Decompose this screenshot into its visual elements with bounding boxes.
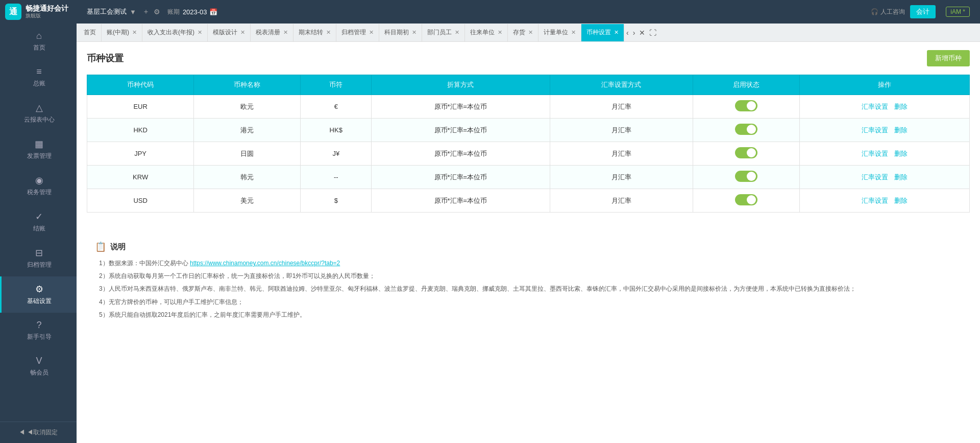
tab-currency[interactable]: 币种设置 ✕ <box>581 24 624 41</box>
workspace-name[interactable]: 基层工会测试 <box>87 7 127 16</box>
tab-accounting[interactable]: 账(中期) ✕ <box>102 24 142 41</box>
tab-inventory[interactable]: 存货 ✕ <box>508 24 538 41</box>
cell-code: USD <box>87 189 194 213</box>
headphone-icon: 🎧 <box>871 8 878 15</box>
sidebar-tax-label: 税务管理 <box>27 188 52 197</box>
sidebar-item-member[interactable]: V 畅会员 <box>0 348 77 384</box>
new-currency-button[interactable]: 新增币种 <box>927 50 970 66</box>
sidebar-collapse-button[interactable]: ◀ ◀取消固定 <box>0 422 77 443</box>
tab-period-end[interactable]: 期末结转 ✕ <box>293 24 336 41</box>
rate-setting-link-USD[interactable]: 汇率设置 <box>862 197 888 204</box>
iab-badge[interactable]: iAM * <box>946 7 970 17</box>
toggle-switch-KRW[interactable] <box>735 171 757 182</box>
app-subtext: 旗舰版 <box>26 12 68 19</box>
cell-action: 汇率设置 删除 <box>799 95 969 119</box>
cell-name: 港元 <box>194 119 301 142</box>
sidebar-item-reports[interactable]: △ 云报表中心 <box>0 95 77 131</box>
table-row: KRW 韩元 -- 原币*汇率=本位币 月汇率 汇率设置 删除 <box>87 166 970 189</box>
tab-prev-button[interactable]: ‹ <box>624 27 631 39</box>
delete-link-EUR[interactable]: 删除 <box>894 103 908 110</box>
tab-template-close[interactable]: ✕ <box>240 29 245 36</box>
tab-home-label: 首页 <box>84 28 96 37</box>
toggle-switch-JPY[interactable] <box>735 147 757 158</box>
tab-template[interactable]: 模版设计 ✕ <box>208 24 251 41</box>
rate-setting-link-EUR[interactable]: 汇率设置 <box>862 103 888 110</box>
tab-unit[interactable]: 计量单位 ✕ <box>538 24 581 41</box>
tab-income[interactable]: 收入支出表(年报) ✕ <box>142 24 208 41</box>
cell-action: 汇率设置 删除 <box>799 166 969 189</box>
tab-subject-close[interactable]: ✕ <box>412 29 416 36</box>
tab-customer[interactable]: 往来单位 ✕ <box>465 24 508 41</box>
tab-home[interactable]: 首页 <box>79 24 102 41</box>
cell-symbol: € <box>301 95 372 119</box>
cell-rate-method: 月汇率 <box>550 119 693 142</box>
col-symbol: 币符 <box>301 75 372 95</box>
tab-department[interactable]: 部门员工 ✕ <box>422 24 465 41</box>
tab-close-all-button[interactable]: ✕ <box>637 27 647 39</box>
tab-archive-close[interactable]: ✕ <box>369 29 374 36</box>
top-bar-right: 🎧 人工咨询 会计 iAM * <box>871 5 975 18</box>
sidebar-item-settings[interactable]: ⚙ 基础设置 <box>0 276 77 313</box>
sidebar-item-guide[interactable]: ? 新手引导 <box>0 313 77 348</box>
reports-icon: △ <box>36 102 43 113</box>
delete-link-HKD[interactable]: 删除 <box>894 126 908 134</box>
help-button[interactable]: 🎧 人工咨询 <box>871 8 905 16</box>
tab-accounting-close[interactable]: ✕ <box>132 29 137 36</box>
settings-gear-icon[interactable]: ⚙ <box>154 8 160 16</box>
sidebar-item-ledger[interactable]: ≡ 总账 <box>0 59 77 95</box>
cell-name: 欧元 <box>194 95 301 119</box>
sidebar-item-invoice[interactable]: ▦ 发票管理 <box>0 131 77 168</box>
notes-title-text: 说明 <box>110 242 126 252</box>
tab-next-button[interactable]: › <box>631 27 638 39</box>
sidebar-ledger-label: 总账 <box>33 79 45 88</box>
toggle-switch-EUR[interactable] <box>735 100 757 111</box>
notes-item: 5）系统只能自动抓取2021年度后的汇率，之前年度汇率需要用户手工维护。 <box>99 310 962 320</box>
invoice-icon: ▦ <box>35 138 43 150</box>
workspace-dropdown-icon[interactable]: ▼ <box>130 8 136 16</box>
cell-status <box>693 189 799 213</box>
app-wrapper: 通 畅捷通好会计 旗舰版 基层工会测试 ▼ ＋ ⚙ 账期 2023-03 📅 🎧… <box>0 0 980 443</box>
toggle-switch-USD[interactable] <box>735 194 757 205</box>
sidebar-item-archive[interactable]: ⊟ 归档管理 <box>0 240 77 276</box>
table-row: JPY 日圆 J¥ 原币*汇率=本位币 月汇率 汇率设置 删除 <box>87 142 970 166</box>
calendar-icon[interactable]: 📅 <box>209 8 217 16</box>
add-workspace-icon[interactable]: ＋ <box>142 7 150 16</box>
sidebar-item-tax[interactable]: ◉ 税务管理 <box>0 168 77 204</box>
tab-period-end-close[interactable]: ✕ <box>326 29 331 36</box>
delete-link-JPY[interactable]: 删除 <box>894 150 908 157</box>
tab-department-close[interactable]: ✕ <box>455 29 459 36</box>
rate-setting-link-KRW[interactable]: 汇率设置 <box>862 173 888 181</box>
app-name: 畅捷通好会计 <box>26 4 68 13</box>
tab-archive-label: 归档管理 <box>341 28 366 37</box>
workspace-section: 基层工会测试 ▼ ＋ ⚙ 账期 2023-03 📅 <box>82 7 871 16</box>
cell-rate-method: 月汇率 <box>550 142 693 166</box>
delete-link-USD[interactable]: 删除 <box>894 197 908 204</box>
rate-setting-link-HKD[interactable]: 汇率设置 <box>862 126 888 134</box>
tab-subject[interactable]: 科目期初 ✕ <box>379 24 422 41</box>
tab-income-close[interactable]: ✕ <box>198 29 202 36</box>
sidebar-item-checkout[interactable]: ✓ 结账 <box>0 204 77 240</box>
currency-table: 币种代码 币种名称 币符 折算方式 汇率设置方式 启用状态 操作 EUR 欧元 … <box>87 75 970 213</box>
notes-url-link[interactable]: https://www.chinamoney.com.cn/chinese/bk… <box>190 260 340 267</box>
logo-icon: 通 <box>5 4 21 20</box>
cell-name: 日圆 <box>194 142 301 166</box>
tab-unit-close[interactable]: ✕ <box>571 29 576 36</box>
tab-tax-close[interactable]: ✕ <box>283 29 288 36</box>
page-title-row: 币种设置 新增币种 <box>87 50 970 66</box>
tab-tax[interactable]: 税表清册 ✕ <box>251 24 293 41</box>
tab-inventory-close[interactable]: ✕ <box>528 29 533 36</box>
account-button[interactable]: 会计 <box>910 5 936 18</box>
tab-archive[interactable]: 归档管理 ✕ <box>336 24 379 41</box>
sidebar-item-home[interactable]: ⌂ 首页 <box>0 24 77 59</box>
tab-fullscreen-button[interactable]: ⛶ <box>647 27 658 39</box>
collapse-icon: ◀ <box>19 429 25 436</box>
cell-status <box>693 166 799 189</box>
tab-customer-close[interactable]: ✕ <box>498 29 502 36</box>
tab-tax-label: 税表清册 <box>256 28 280 37</box>
delete-link-KRW[interactable]: 删除 <box>894 173 908 181</box>
cell-code: EUR <box>87 95 194 119</box>
toggle-switch-HKD[interactable] <box>735 124 757 135</box>
rate-setting-link-JPY[interactable]: 汇率设置 <box>862 150 888 157</box>
tax-icon: ◉ <box>35 175 43 186</box>
tab-currency-close[interactable]: ✕ <box>614 29 619 36</box>
